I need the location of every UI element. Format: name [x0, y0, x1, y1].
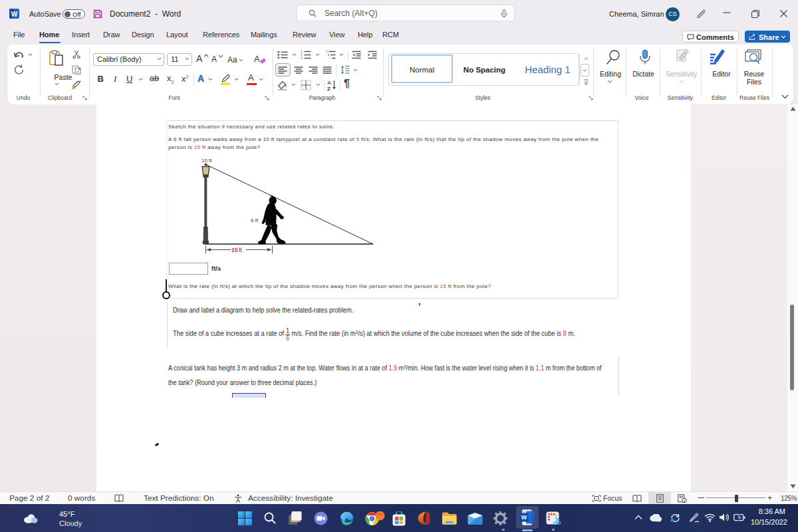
svg-text:15: 15 [231, 247, 238, 253]
svg-text:W: W [521, 514, 527, 521]
svg-text:Z: Z [327, 86, 331, 92]
svg-text:A: A [327, 80, 331, 86]
svg-text:ft: ft [239, 247, 242, 253]
svg-text:W: W [11, 11, 18, 18]
svg-text:3: 3 [301, 57, 303, 60]
svg-text:10 ft: 10 ft [201, 158, 212, 164]
svg-text:i: i [329, 57, 330, 60]
svg-text:6 ft: 6 ft [251, 217, 259, 223]
